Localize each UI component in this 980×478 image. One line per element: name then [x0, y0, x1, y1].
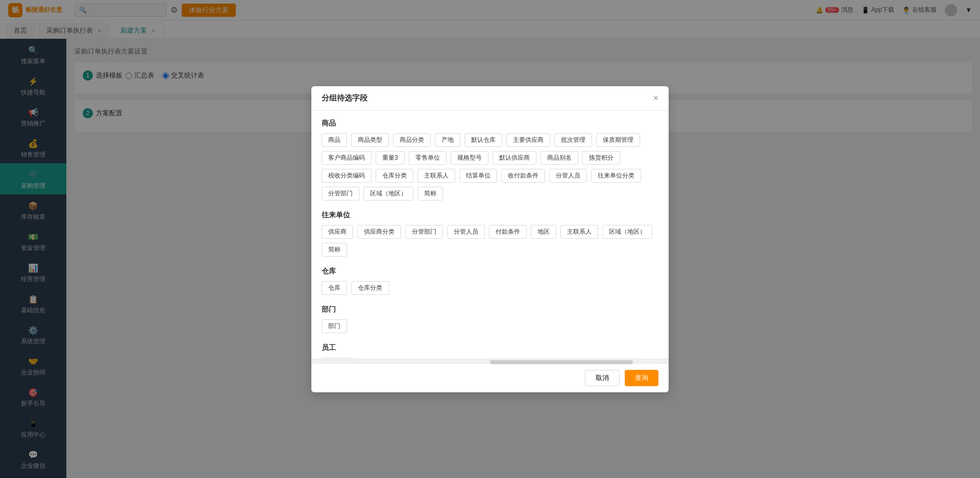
field-tag-商品分类[interactable]: 商品分类 — [393, 133, 431, 147]
field-tag-往来单位分类[interactable]: 往来单位分类 — [591, 169, 641, 183]
section-title-product: 商品 — [322, 119, 658, 128]
section-product: 商品商品商品类型商品分类产地默认仓库主要供应商批次管理保质期管理客户商品编码重量… — [322, 119, 658, 200]
field-tag-地区[interactable]: 地区 — [531, 225, 556, 239]
field-tags-warehouse: 仓库仓库分类 — [322, 281, 658, 295]
field-tag-客户商品编码[interactable]: 客户商品编码 — [322, 151, 372, 165]
field-tag-供应商[interactable]: 供应商 — [322, 225, 353, 239]
modal-title: 分组待选字段 — [322, 93, 368, 103]
field-tag-简称[interactable]: 简称 — [418, 187, 443, 200]
field-tag-仓库分类[interactable]: 仓库分类 — [376, 169, 413, 183]
field-tag-商品类型[interactable]: 商品类型 — [351, 133, 389, 147]
field-tags-dept: 部门 — [322, 319, 658, 333]
field-tags-product: 商品商品类型商品分类产地默认仓库主要供应商批次管理保质期管理客户商品编码重量3零… — [322, 133, 658, 200]
field-tag-默认仓库[interactable]: 默认仓库 — [464, 133, 502, 147]
field-tag-主要供应商[interactable]: 主要供应商 — [506, 133, 550, 147]
field-tag-规格型号[interactable]: 规格型号 — [451, 151, 488, 165]
field-tag-产地[interactable]: 产地 — [435, 133, 460, 147]
field-tag-主联系人[interactable]: 主联系人 — [418, 169, 455, 183]
field-tag-重量3[interactable]: 重量3 — [376, 151, 405, 165]
field-tag-区域（地区）[interactable]: 区域（地区） — [363, 187, 413, 200]
scroll-thumb — [490, 360, 633, 364]
field-tag-仓库[interactable]: 仓库 — [322, 281, 347, 295]
field-tag-仓库分类[interactable]: 仓库分类 — [351, 281, 389, 295]
modal-body: 商品商品商品类型商品分类产地默认仓库主要供应商批次管理保质期管理客户商品编码重量… — [311, 111, 669, 359]
horizontal-scroll-bar[interactable] — [311, 359, 669, 363]
modal-header: 分组待选字段 × — [311, 86, 669, 111]
field-tag-零售单位[interactable]: 零售单位 — [409, 151, 447, 165]
field-tags-partner: 供应商供应商分类分管部门分管人员付款条件地区主联系人区域（地区）简称 — [322, 225, 658, 257]
field-tag-简称[interactable]: 简称 — [322, 243, 347, 257]
field-tag-供应商分类[interactable]: 供应商分类 — [357, 225, 401, 239]
field-tag-商品[interactable]: 商品 — [322, 133, 347, 147]
field-tag-分管人员[interactable]: 分管人员 — [549, 169, 587, 183]
section-employee: 员工业务员 — [322, 343, 658, 359]
section-warehouse: 仓库仓库仓库分类 — [322, 267, 658, 295]
field-tag-商品别名[interactable]: 商品别名 — [541, 151, 578, 165]
modal-overlay: 分组待选字段 × 商品商品商品类型商品分类产地默认仓库主要供应商批次管理保质期管… — [0, 0, 980, 478]
field-tag-区域（地区）[interactable]: 区域（地区） — [602, 225, 652, 239]
field-tag-主联系人[interactable]: 主联系人 — [560, 225, 598, 239]
modal-close-button[interactable]: × — [653, 93, 658, 103]
modal-footer: 取消 查询 — [311, 363, 669, 392]
field-tag-分管人员[interactable]: 分管人员 — [447, 225, 485, 239]
field-select-modal: 分组待选字段 × 商品商品商品类型商品分类产地默认仓库主要供应商批次管理保质期管… — [311, 86, 669, 392]
field-tag-税收分类编码[interactable]: 税收分类编码 — [322, 169, 372, 183]
field-tag-收付款条件[interactable]: 收付款条件 — [501, 169, 545, 183]
section-partner: 往来单位供应商供应商分类分管部门分管人员付款条件地区主联系人区域（地区）简称 — [322, 211, 658, 257]
field-tag-付款条件[interactable]: 付款条件 — [489, 225, 527, 239]
confirm-button[interactable]: 查询 — [625, 370, 658, 386]
field-tag-拣货积分[interactable]: 拣货积分 — [582, 151, 620, 165]
field-tag-默认供应商[interactable]: 默认供应商 — [493, 151, 536, 165]
section-title-employee: 员工 — [322, 343, 658, 353]
field-tag-批次管理[interactable]: 批次管理 — [554, 133, 592, 147]
section-dept: 部门部门 — [322, 305, 658, 333]
field-tag-分管部门[interactable]: 分管部门 — [405, 225, 443, 239]
field-tag-保质期管理[interactable]: 保质期管理 — [596, 133, 640, 147]
field-tag-部门[interactable]: 部门 — [322, 319, 347, 333]
section-title-partner: 往来单位 — [322, 211, 658, 220]
cancel-button[interactable]: 取消 — [585, 370, 620, 386]
field-tag-分管部门[interactable]: 分管部门 — [322, 187, 359, 200]
section-title-dept: 部门 — [322, 305, 658, 314]
section-title-warehouse: 仓库 — [322, 267, 658, 276]
field-tag-结算单位[interactable]: 结算单位 — [459, 169, 497, 183]
